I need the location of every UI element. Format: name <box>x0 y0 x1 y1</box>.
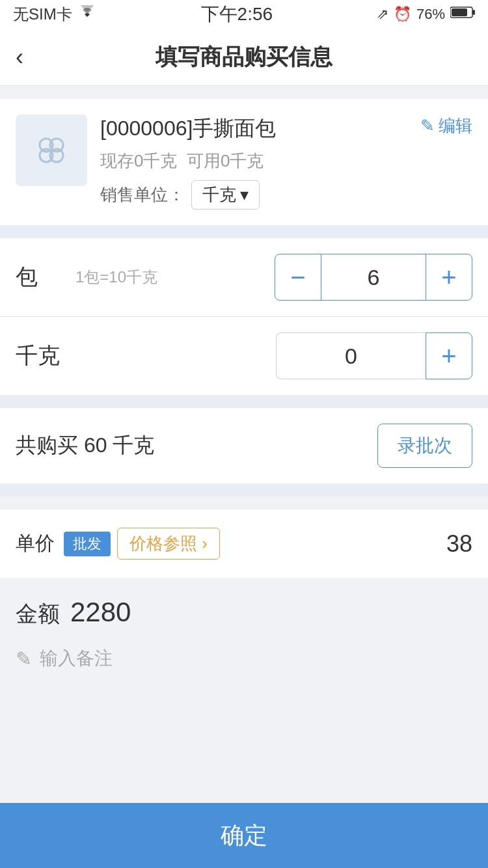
separator-1 <box>0 225 488 238</box>
status-bar: 无SIM卡 下午2:56 ⇗ ⏰ 76% <box>0 0 488 29</box>
amount-label: 金额 <box>16 599 60 629</box>
remark-row[interactable]: ✎ 输入备注 <box>16 640 472 689</box>
edit-label: 编辑 <box>439 115 472 137</box>
package-plus-button[interactable]: + <box>426 254 472 301</box>
confirm-button[interactable]: 确定 <box>221 820 267 852</box>
kg-controls: + <box>276 332 472 379</box>
alarm-icon: ⏰ <box>394 6 411 23</box>
price-label: 单价 <box>16 530 55 557</box>
total-row: 共购买 60 千克 录批次 <box>0 408 488 483</box>
product-stock: 现存0千克 可用0千克 <box>100 150 472 172</box>
carrier-text: 无SIM卡 <box>13 4 72 25</box>
product-unit-row: 销售单位： 千克 ▾ <box>100 180 472 210</box>
separator-3 <box>0 483 488 496</box>
package-row: 包 1包=10千克 − + <box>0 238 488 317</box>
back-icon: ‹ <box>16 44 23 70</box>
page-title: 填写商品购买信息 <box>156 42 332 72</box>
price-ref-button[interactable]: 价格参照 › <box>117 528 220 560</box>
package-label: 包 <box>16 262 68 292</box>
kg-plus-button[interactable]: + <box>426 332 472 379</box>
package-controls: − + <box>275 254 472 301</box>
edit-icon: ✎ <box>420 116 435 136</box>
status-time: 下午2:56 <box>201 2 273 27</box>
kg-label: 千克 <box>16 341 276 371</box>
amount-value: 2280 <box>70 597 131 628</box>
amount-section: 金额 2280 ✎ 输入备注 <box>0 578 488 689</box>
unit-label: 销售单位： <box>100 183 185 206</box>
wifi-icon <box>77 5 97 23</box>
price-value: 38 <box>446 530 472 558</box>
package-minus-button[interactable]: − <box>275 254 321 301</box>
svg-rect-1 <box>472 10 475 15</box>
amount-row: 金额 2280 <box>16 597 472 629</box>
total-text: 共购买 60 千克 <box>16 431 154 460</box>
back-button[interactable]: ‹ <box>16 44 23 71</box>
confirm-bar[interactable]: 确定 <box>0 803 488 868</box>
batch-button[interactable]: 录批次 <box>377 424 472 468</box>
battery-icon <box>450 6 475 23</box>
nav-bar: ‹ 填写商品购买信息 <box>0 29 488 86</box>
product-info: [0000006]手撕面包 现存0千克 可用0千克 销售单位： 千克 ▾ <box>100 115 472 210</box>
product-thumbnail <box>16 115 87 186</box>
price-tag: 批发 <box>64 532 111 556</box>
remark-placeholder: 输入备注 <box>40 646 113 671</box>
status-left: 无SIM卡 <box>13 4 97 25</box>
product-card: [0000006]手撕面包 现存0千克 可用0千克 销售单位： 千克 ▾ ✎ 编… <box>0 99 488 225</box>
battery-text: 76% <box>416 6 445 23</box>
dropdown-icon: ▾ <box>240 185 249 205</box>
svg-rect-2 <box>452 8 467 16</box>
edit-button[interactable]: ✎ 编辑 <box>420 115 472 137</box>
separator-2 <box>0 395 488 408</box>
pencil-icon: ✎ <box>16 647 32 670</box>
price-section: 单价 批发 价格参照 › 38 <box>0 509 488 578</box>
status-right: ⇗ ⏰ 76% <box>377 6 475 23</box>
input-section: 包 1包=10千克 − + 千克 + <box>0 238 488 395</box>
unit-value: 千克 <box>202 183 236 206</box>
unit-select[interactable]: 千克 ▾ <box>191 180 260 210</box>
kg-input[interactable] <box>276 332 426 379</box>
product-name: [0000006]手撕面包 <box>100 115 472 143</box>
price-row: 单价 批发 价格参照 › 38 <box>0 509 488 578</box>
location-icon: ⇗ <box>377 6 388 23</box>
package-hint: 1包=10千克 <box>75 267 275 288</box>
package-input[interactable] <box>321 254 426 301</box>
kg-row: 千克 + <box>0 317 488 395</box>
